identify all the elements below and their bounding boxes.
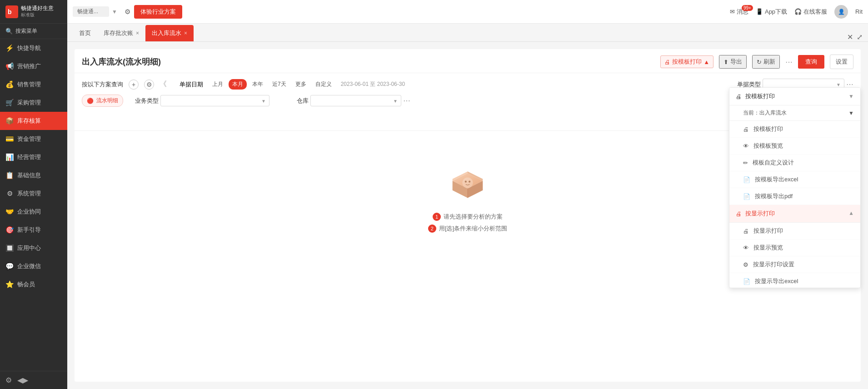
svg-point-9 [469, 181, 470, 183]
date-btn-lastmonth[interactable]: 上月 [209, 79, 227, 90]
svg-text:b: b [8, 8, 12, 15]
date-btn-thismonth[interactable]: 本月 [229, 79, 247, 90]
tabbar-expand-icon[interactable]: ⤢ [857, 33, 863, 41]
collapse-sidebar-icon[interactable]: ◀▶ [17, 376, 28, 384]
sidebar-item-system[interactable]: ⚙ 系统管理 [0, 185, 67, 203]
display-settings-item-icon: ⚙ [743, 261, 748, 268]
dropdown-item-display-preview[interactable]: 👁 按显示预览 [729, 239, 860, 256]
tab-home-label: 首页 [79, 29, 91, 37]
sidebar-item-finance[interactable]: 💳 资金管理 [0, 130, 67, 148]
sidebar-item-inventory[interactable]: 📦 库存核算 [0, 112, 67, 130]
sidebar-item-basic[interactable]: 📋 基础信息 [0, 166, 67, 185]
dropdown-item-display-print[interactable]: 🖨 按显示打印 [729, 223, 860, 239]
current-template-row: 当前：出入库流水 ▼ [729, 105, 860, 121]
app-download-button[interactable]: 📱 App下载 [756, 8, 787, 16]
sidebar-footer: ⚙ ◀▶ [0, 371, 67, 389]
display-excel-item-label: 按显示导出excel [755, 277, 798, 285]
username-display[interactable]: Rit [855, 8, 863, 15]
business-type-select[interactable] [160, 95, 269, 106]
refresh-label: 刷新 [763, 58, 775, 66]
settings-icon[interactable]: ⚙ [5, 376, 12, 384]
service-label: 在线客服 [803, 8, 827, 16]
display-print-header-icon: 🖨 [736, 210, 742, 217]
tab-flow[interactable]: 出入库流水 × [145, 25, 194, 41]
flow-tag: 🔴 流水明细 [82, 95, 123, 107]
avatar[interactable]: 👤 [834, 5, 848, 19]
more-actions-icon[interactable]: ⋯ [785, 58, 793, 66]
sidebar-item-shortcut[interactable]: ⚡ 快捷导航 [0, 39, 67, 57]
user-dropdown-icon[interactable]: ▼ [112, 9, 117, 15]
dropdown-item-template-excel[interactable]: 📄 按模板导出excel [729, 171, 860, 188]
template-pdf-item-icon: 📄 [743, 193, 750, 200]
dropdown-item-display-settings[interactable]: ⚙ 按显示打印设置 [729, 256, 860, 273]
date-btn-custom[interactable]: 自定义 [312, 79, 335, 90]
main-area: 畅捷通... ▼ ⚙ 体验行业方案 ✉ 消息 99+ 📱 App下载 🎧 在线客… [67, 0, 868, 389]
empty-hint-1: 1 请先选择要分析的方案 [433, 213, 503, 221]
sidebar-item-purchase[interactable]: 🛒 采购管理 [0, 94, 67, 112]
current-template-label: 当前：出入库流水 [743, 109, 787, 117]
filter-collapse-button[interactable]: 《 [160, 80, 167, 89]
display-settings-item-label: 按显示打印设置 [753, 260, 794, 269]
template-print-header[interactable]: 🖨 按模板打印 ▼ [729, 88, 860, 105]
dropdown-item-template-preview[interactable]: 👁 按模板预览 [729, 138, 860, 155]
topbar: 畅捷通... ▼ ⚙ 体验行业方案 ✉ 消息 99+ 📱 App下载 🎧 在线客… [67, 0, 868, 24]
export-button[interactable]: ⬆ 导出 [719, 55, 747, 69]
basic-icon: 📋 [5, 171, 14, 180]
dropdown-item-template-design[interactable]: ✏ 模板自定义设计 [729, 155, 860, 171]
query-button[interactable]: 查询 [798, 55, 824, 69]
dropdown-item-template-pdf[interactable]: 📄 按模板导出pdf [729, 188, 860, 205]
date-label: 单据日期 [180, 80, 203, 89]
tab-flow-close[interactable]: × [184, 30, 187, 36]
filter-settings-button[interactable]: ⚙ [144, 80, 154, 90]
refresh-button[interactable]: ↻ 刷新 [752, 55, 780, 69]
sidebar-item-sales[interactable]: 💰 销售管理 [0, 75, 67, 94]
appcenter-icon: 🔲 [5, 244, 14, 252]
user-area: 畅捷通... ▼ [73, 6, 117, 17]
print-button[interactable]: 🖨 按模板打印 ▲ [660, 55, 713, 68]
date-btn-7days[interactable]: 近7天 [269, 79, 290, 90]
date-btn-thisyear[interactable]: 本年 [249, 79, 267, 90]
online-service-button[interactable]: 🎧 在线客服 [794, 8, 827, 16]
tab-batch[interactable]: 库存批次账 × [97, 25, 145, 41]
template-excel-item-label: 按模板导出excel [755, 175, 798, 184]
sidebar-item-member[interactable]: ⭐ 畅会员 [0, 275, 67, 294]
date-btn-more[interactable]: 更多 [292, 79, 310, 90]
date-filter-group: 上月 本月 本年 近7天 更多 自定义 2023-06-01 至 2023-06… [209, 79, 721, 90]
tab-batch-close[interactable]: × [136, 30, 139, 36]
system-icon: ⚙ [5, 190, 14, 198]
sidebar-search[interactable]: 🔍 搜索菜单 [0, 24, 67, 39]
settings-gear-icon[interactable]: ⚙ [125, 8, 130, 16]
sidebar-item-guide[interactable]: 🎯 新手引导 [0, 221, 67, 239]
user-name-display[interactable]: 畅捷通... [73, 6, 109, 17]
sidebar-item-enterprise[interactable]: 🤝 企业协同 [0, 203, 67, 221]
sidebar-item-label: 系统管理 [17, 190, 41, 198]
filter-add-button[interactable]: + [129, 80, 139, 90]
sidebar-item-marketing[interactable]: 📢 营销推广 [0, 57, 67, 75]
enterprise-icon: 🤝 [5, 208, 14, 216]
tabbar-close-icon[interactable]: ✕ [847, 33, 853, 41]
trial-button[interactable]: 体验行业方案 [134, 5, 182, 19]
display-print-header[interactable]: 🖨 按显示打印 ▼ [729, 205, 860, 223]
sidebar-item-appcenter[interactable]: 🔲 应用中心 [0, 239, 67, 257]
print-arrow-up-icon: ▲ [703, 59, 709, 65]
template-design-item-label: 模板自定义设计 [753, 159, 794, 167]
page-title: 出入库流水(流水明细) [82, 56, 161, 67]
guide-icon: 🎯 [5, 226, 14, 234]
sidebar-item-operations[interactable]: 📊 经营管理 [0, 148, 67, 166]
dropdown-item-display-excel[interactable]: 📄 按显示导出excel [729, 273, 860, 288]
sidebar-item-label: 库存核算 [17, 117, 41, 125]
display-print-item-icon: 🖨 [743, 228, 749, 234]
template-design-item-icon: ✏ [743, 160, 748, 166]
dropdown-item-template-print[interactable]: 🖨 按模板打印 [729, 121, 860, 138]
app-label: App下载 [765, 8, 787, 16]
app-icon: 📱 [756, 8, 763, 15]
warehouse-more-icon[interactable]: ⋯ [403, 96, 410, 105]
sidebar-item-wechat[interactable]: 💬 企业微信 [0, 257, 67, 275]
message-button[interactable]: ✉ 消息 99+ [730, 8, 748, 16]
settings-button[interactable]: 设置 [830, 55, 853, 69]
warehouse-select[interactable] [310, 95, 401, 106]
marketing-icon: 📢 [5, 62, 14, 70]
business-type-group: 业务类型 [135, 95, 269, 106]
logo-icon: b [5, 5, 18, 18]
tab-home[interactable]: 首页 [73, 25, 97, 41]
